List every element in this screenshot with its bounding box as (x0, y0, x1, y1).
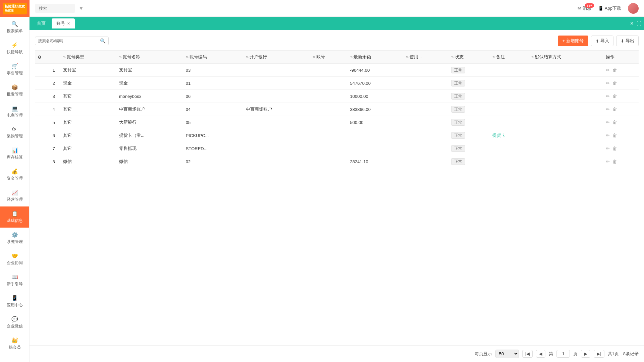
col-settlement[interactable]: 默认结算方式 (529, 51, 603, 64)
col-account[interactable]: 账号 (310, 51, 347, 64)
col-usage[interactable]: 使用... (403, 51, 448, 64)
page-input[interactable] (556, 350, 570, 358)
sidebar-item-member[interactable]: 👑 畅会员 (0, 333, 29, 354)
col-status[interactable]: 状态 (448, 51, 490, 64)
table-row: 8 微信 微信 02 28241.10 正常 ✏ 🗑 (35, 155, 639, 168)
sidebar-item-search[interactable]: 🔍 搜索菜单 (0, 17, 29, 38)
purchase-icon: 🛍 (12, 126, 17, 132)
sidebar-item-cooperation[interactable]: 🤝 企业协同 (0, 249, 29, 270)
col-type[interactable]: 账号类型 (60, 51, 116, 64)
page-first-button[interactable]: |◀ (522, 350, 533, 358)
app-download-button[interactable]: 📱 App下载 (598, 5, 621, 11)
edit-button[interactable]: ✏ (606, 107, 610, 112)
table-row: 3 其它 moneybosx 06 10000.00 正常 ✏ 🗑 (35, 90, 639, 103)
sidebar-label-search: 搜索菜单 (7, 28, 23, 34)
export-button[interactable]: ⬇ 导出 (616, 36, 639, 46)
sidebar-item-retail[interactable]: 🛒 零售管理 (0, 59, 29, 80)
row-account (310, 90, 347, 103)
delete-button[interactable]: 🗑 (612, 107, 617, 112)
sidebar-item-system[interactable]: ⚙️ 系统管理 (0, 228, 29, 249)
tab-fullscreen-button[interactable]: ⛶ (637, 21, 641, 26)
delete-button[interactable]: 🗑 (612, 80, 617, 86)
table-row: 2 现金 现金 01 547670.00 正常 ✏ 🗑 (35, 77, 639, 90)
row-actions: ✏ 🗑 (603, 142, 639, 155)
edit-button[interactable]: ✏ (606, 120, 610, 125)
table-row: 4 其它 中百商场账户 04 中百商场账户 383866.00 正常 ✏ 🗑 (35, 103, 639, 116)
per-page-select[interactable]: 50 20 100 (495, 350, 519, 358)
sidebar-label-finance: 资金管理 (7, 176, 23, 181)
search-icon[interactable]: 🔍 (100, 38, 106, 44)
pagination: 每页显示 50 20 100 |◀ ◀ 第 页 ▶ ▶| 共1页，8条记录 (30, 345, 644, 362)
add-account-label: + 新增账号 (562, 38, 584, 44)
edit-button[interactable]: ✏ (606, 80, 610, 86)
sidebar-item-appcenter[interactable]: 📱 应用中心 (0, 291, 29, 312)
edit-button[interactable]: ✏ (606, 159, 610, 164)
retail-icon: 🛒 (11, 63, 18, 69)
toolbar: 🔍 + 新增账号 ⬆ 导入 ⬇ 导出 (35, 36, 639, 46)
col-remark[interactable]: 备注 (490, 51, 529, 64)
delete-button[interactable]: 🗑 (612, 94, 617, 99)
col-code[interactable]: 账号编码 (183, 51, 243, 64)
delete-button[interactable]: 🗑 (612, 133, 617, 138)
delete-button[interactable]: 🗑 (612, 146, 617, 151)
row-status: 正常 (448, 103, 490, 116)
page-next-button[interactable]: ▶ (581, 350, 590, 358)
col-balance[interactable]: 最新余额 (347, 51, 404, 64)
edit-button[interactable]: ✏ (606, 133, 610, 138)
tab-home[interactable]: 首页 (32, 18, 50, 28)
search-input[interactable] (38, 39, 98, 43)
row-name: moneybosx (116, 90, 183, 103)
dropdown-icon[interactable]: ▼ (78, 5, 84, 11)
top-bar-right: ✉ 消息 99+ 📱 App下载 (578, 3, 639, 14)
sidebar-item-basic[interactable]: 📋 基础信息 (0, 206, 29, 228)
logo-sub-text: 乐惠版 (5, 9, 25, 13)
row-settlement (529, 155, 603, 168)
row-index: 1 (47, 64, 60, 77)
row-gear (35, 129, 47, 142)
delete-button[interactable]: 🗑 (612, 67, 617, 73)
quicknav-icon: ⚡ (11, 42, 18, 48)
col-gear[interactable]: ⚙ (35, 51, 47, 64)
edit-button[interactable]: ✏ (606, 94, 610, 99)
page-last-button[interactable]: ▶| (594, 350, 604, 358)
top-search-input[interactable] (35, 4, 75, 13)
add-account-button[interactable]: + 新增账号 (558, 36, 588, 46)
delete-button[interactable]: 🗑 (612, 120, 617, 125)
row-bank (243, 77, 310, 90)
sidebar-item-operations[interactable]: 📈 经营管理 (0, 185, 29, 206)
sidebar-label-retail: 零售管理 (7, 70, 23, 76)
row-bank (243, 142, 310, 155)
row-actions: ✏ 🗑 (603, 129, 639, 142)
row-settlement (529, 142, 603, 155)
search-box[interactable]: 🔍 (35, 37, 109, 45)
sidebar-item-guide[interactable]: 📖 新手引导 (0, 270, 29, 291)
messages-badge: 99+ (585, 3, 594, 8)
page-suffix: 页 (573, 351, 578, 357)
import-button[interactable]: ⬆ 导入 (591, 36, 613, 46)
user-avatar[interactable] (628, 3, 639, 14)
sidebar-item-inventory[interactable]: 📊 库存核算 (0, 143, 29, 164)
delete-button[interactable]: 🗑 (612, 159, 617, 164)
import-icon: ⬆ (595, 39, 599, 44)
page-prev-button[interactable]: ◀ (536, 350, 545, 358)
sidebar-item-purchase[interactable]: 🛍 采购管理 (0, 122, 29, 143)
row-code: 02 (183, 155, 243, 168)
edit-button[interactable]: ✏ (606, 146, 610, 151)
sidebar-label-basic: 基础信息 (7, 218, 23, 224)
page-label: 第 (549, 351, 553, 357)
tab-account-close[interactable]: ✕ (67, 21, 70, 26)
col-bank[interactable]: 开户银行 (243, 51, 310, 64)
sidebar-item-finance[interactable]: 💰 资金管理 (0, 164, 29, 185)
edit-button[interactable]: ✏ (606, 67, 610, 73)
sidebar-item-wechat[interactable]: 💬 企业微信 (0, 312, 29, 333)
row-status: 正常 (448, 116, 490, 129)
sidebar-item-wholesale[interactable]: 📦 批发管理 (0, 80, 29, 101)
messages-button[interactable]: ✉ 消息 99+ (578, 5, 591, 11)
col-name[interactable]: 账号名称 (116, 51, 183, 64)
tab-close-all-button[interactable]: ✕ (630, 21, 634, 26)
row-balance: 547670.00 (347, 77, 404, 90)
sidebar-item-quicknav[interactable]: ⚡ 快捷导航 (0, 38, 29, 59)
tab-account[interactable]: 账号 ✕ (52, 18, 75, 28)
sidebar-item-ecommerce[interactable]: 💻 电商管理 (0, 101, 29, 122)
row-balance (347, 129, 404, 142)
